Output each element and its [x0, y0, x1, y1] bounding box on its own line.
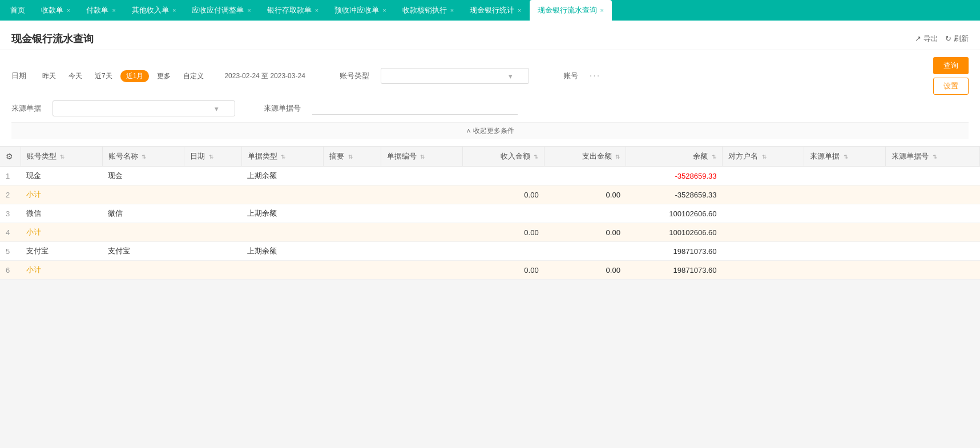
close-icon[interactable]: ×	[450, 0, 454, 21]
cell-expense: 0.00	[545, 185, 626, 204]
cell-source-doc-no	[886, 261, 980, 280]
cell-balance: 100102606.60	[626, 223, 723, 242]
refresh-button[interactable]: ↻ 刷新	[945, 34, 969, 44]
cell-balance: 100102606.60	[626, 204, 723, 223]
close-icon[interactable]: ×	[112, 0, 115, 21]
date-label: 日期	[11, 71, 26, 81]
cell-income	[462, 242, 544, 261]
source-doc-no-label: 来源单据号	[264, 103, 301, 114]
cell-balance: 19871073.60	[626, 242, 723, 261]
header-actions: ↗ 导出 ↻ 刷新	[915, 34, 969, 44]
cell-doc-no	[381, 242, 462, 261]
col-account-type: 账号类型 ⇅	[21, 147, 102, 167]
cell-account-name: 微信	[102, 204, 184, 223]
nav-bank-deposit[interactable]: 银行存取款单 ×	[259, 0, 326, 21]
date-options: 昨天 今天 近7天 近1月 更多 自定义	[38, 70, 208, 82]
cell-doc-type: 上期余额	[241, 242, 323, 261]
nav-cash-bank-stats[interactable]: 现金银行统计 ×	[462, 0, 529, 21]
close-icon[interactable]: ×	[172, 0, 176, 21]
gear-icon[interactable]: ⚙	[6, 152, 13, 161]
table-row: 6小计0.000.0019871073.60	[0, 261, 980, 280]
close-icon[interactable]: ×	[382, 0, 386, 21]
cell-account-type: 支付宝	[21, 242, 102, 261]
cell-source-doc-no	[886, 185, 980, 204]
cell-source-doc	[804, 167, 886, 185]
account-dots-button[interactable]: ···	[590, 71, 600, 81]
cell-source-doc	[804, 261, 886, 280]
col-balance: 余额 ⇅	[626, 147, 723, 167]
nav-receipt-exec[interactable]: 收款核销执行 ×	[394, 0, 462, 21]
data-table: ⚙ 账号类型 ⇅ 账号名称 ⇅ 日期 ⇅ 单据类型 ⇅ 摘要 ⇅ 单据编号 ⇅ …	[0, 147, 980, 280]
source-doc-label: 来源单据	[11, 103, 41, 114]
nav-home[interactable]: 首页	[2, 0, 33, 21]
close-icon[interactable]: ×	[600, 0, 604, 21]
account-type-select[interactable]: ▾	[381, 68, 529, 84]
close-icon[interactable]: ×	[518, 0, 521, 21]
close-icon[interactable]: ×	[67, 0, 70, 21]
col-income: 收入金额 ⇅	[462, 147, 544, 167]
cell-source-doc	[804, 204, 886, 223]
filter-row-source: 来源单据 ▾ 来源单据号	[11, 100, 969, 116]
cell-account-type: 现金	[21, 167, 102, 185]
col-counterpart: 对方户名 ⇅	[723, 147, 804, 167]
cell-account-name	[102, 223, 184, 242]
table-row: 5支付宝支付宝上期余额19871073.60	[0, 242, 980, 261]
refresh-icon: ↻	[945, 34, 951, 43]
cell-expense: 0.00	[545, 261, 626, 280]
col-settings[interactable]: ⚙	[0, 147, 21, 167]
col-source-doc-no: 来源单据号 ⇅	[886, 147, 980, 167]
nav-pre-receipt[interactable]: 预收冲应收单 ×	[326, 0, 394, 21]
cell-income: 0.00	[462, 185, 544, 204]
cell-balance: -3528659.33	[626, 185, 723, 204]
cell-doc-type	[241, 261, 323, 280]
cell-income	[462, 204, 544, 223]
col-source-doc: 来源单据 ⇅	[804, 147, 886, 167]
cell-doc-type: 上期余额	[241, 204, 323, 223]
row-num: 2	[0, 185, 21, 204]
cell-date	[184, 167, 241, 185]
cell-source-doc	[804, 185, 886, 204]
date-opt-yesterday[interactable]: 昨天	[38, 70, 61, 82]
col-doc-type: 单据类型 ⇅	[241, 147, 323, 167]
date-opt-today[interactable]: 今天	[64, 70, 87, 82]
nav-receipt[interactable]: 收款单 ×	[33, 0, 78, 21]
export-button[interactable]: ↗ 导出	[915, 34, 938, 44]
query-button[interactable]: 查询	[933, 57, 969, 74]
cell-expense	[545, 242, 626, 261]
date-opt-custom[interactable]: 自定义	[179, 70, 208, 82]
account-type-label: 账号类型	[340, 71, 369, 81]
cell-account-name	[102, 185, 184, 204]
row-num: 1	[0, 167, 21, 185]
cell-expense: 0.00	[545, 223, 626, 242]
account-label: 账号	[563, 71, 578, 81]
settings-button[interactable]: 设置	[933, 78, 969, 95]
nav-ar-ap-adjust[interactable]: 应收应付调整单 ×	[184, 0, 259, 21]
table-row: 1现金现金上期余额-3528659.33	[0, 167, 980, 185]
cell-balance: 19871073.60	[626, 261, 723, 280]
row-num: 5	[0, 242, 21, 261]
col-date: 日期 ⇅	[184, 147, 241, 167]
nav-payment[interactable]: 付款单 ×	[78, 0, 123, 21]
source-doc-select[interactable]: ▾	[53, 100, 235, 116]
cell-expense	[545, 204, 626, 223]
date-opt-1month[interactable]: 近1月	[120, 70, 150, 82]
row-num: 6	[0, 261, 21, 280]
date-opt-more[interactable]: 更多	[152, 70, 175, 82]
nav-other-income[interactable]: 其他收入单 ×	[124, 0, 184, 21]
collapse-up-icon: ∧	[466, 127, 471, 135]
col-account-name: 账号名称 ⇅	[102, 147, 184, 167]
cell-source-doc	[804, 223, 886, 242]
cell-counterpart	[723, 242, 804, 261]
close-icon[interactable]: ×	[247, 0, 251, 21]
cell-source-doc	[804, 242, 886, 261]
close-icon[interactable]: ×	[315, 0, 318, 21]
collapse-bar[interactable]: ∧ 收起更多条件	[11, 122, 969, 139]
source-doc-no-input[interactable]	[312, 102, 518, 115]
cell-account-name: 现金	[102, 167, 184, 185]
cell-date	[184, 204, 241, 223]
cell-date	[184, 261, 241, 280]
date-opt-7days[interactable]: 近7天	[90, 70, 117, 82]
cell-income: 0.00	[462, 261, 544, 280]
chevron-down-icon: ▾	[215, 104, 219, 113]
nav-cash-bank-flow[interactable]: 现金银行流水查询 ×	[530, 0, 612, 21]
